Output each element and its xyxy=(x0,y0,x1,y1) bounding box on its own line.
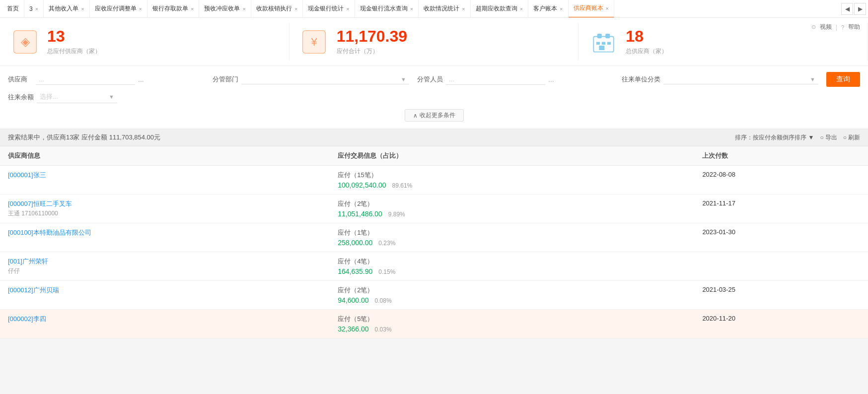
table-row: [001]广州荣轩仔仔应付（4笔）164,635.900.15% xyxy=(0,252,868,281)
filter-input-person[interactable] xyxy=(446,74,545,85)
refresh-label: 刷新 xyxy=(848,133,860,142)
data-table: 供应商信息 应付交易信息（占比） 上次付数 [000001]张三应付（15笔）1… xyxy=(0,146,868,338)
video-link[interactable]: 视频 xyxy=(820,23,832,31)
stat-block-amount: ¥ 11,170.39 应付合计（万） xyxy=(289,23,579,61)
table-head: 供应商信息 应付交易信息（占比） 上次付数 xyxy=(0,146,868,166)
filter-label-balance: 往来余额 xyxy=(8,93,34,102)
tx-label-1: 应付 xyxy=(338,200,351,207)
nav-tab-pre-receive-label: 预收冲应收单 xyxy=(204,4,240,13)
tx-row-1: 应付（2笔） xyxy=(338,199,686,208)
tx-label-4: 应付 xyxy=(338,286,351,294)
nav-tab-ar-ap-adjust-close[interactable]: × xyxy=(139,6,142,12)
stats-row: ◈ 13 总应付供应商（家） ¥ 11,170.39 应付合计（万） xyxy=(0,18,868,66)
nav-tab-supplier-ledger[interactable]: 供应商账本 × xyxy=(569,0,614,18)
collapse-button[interactable]: ∧ 收起更多条件 xyxy=(405,109,464,122)
nav-tab-payment-stat[interactable]: 收款情况统计 × xyxy=(419,0,470,18)
export-button[interactable]: ○ 导出 xyxy=(820,133,837,142)
tx-count-3: （4笔） xyxy=(351,258,373,265)
nav-tab-payment-verify[interactable]: 收款核销执行 × xyxy=(251,0,303,18)
tx-cell-3: 应付（4笔）164,635.900.15% xyxy=(330,252,694,281)
nav-tab-supplier-ledger-close[interactable]: × xyxy=(606,5,609,11)
date-cell-5: 2020-11-20 xyxy=(694,310,868,338)
nav-tab-payment-stat-close[interactable]: × xyxy=(462,6,465,12)
nav-tab-cash-bank-stat-close[interactable]: × xyxy=(346,6,349,12)
svg-text:¥: ¥ xyxy=(311,35,318,48)
collapse-up-icon: ∧ xyxy=(413,112,418,119)
table-header-row: 供应商信息 应付交易信息（占比） 上次付数 xyxy=(0,146,868,166)
nav-tab-supplier-ledger-label: 供应商账本 xyxy=(574,4,603,12)
filter-select-category[interactable]: ▼ xyxy=(663,75,818,84)
stat-number-suppliers: 13 xyxy=(47,28,279,45)
supplier-link-1[interactable]: [000007]恒旺二手叉车 xyxy=(8,200,72,207)
filter-item-dept: 分管部门 ▼ xyxy=(213,75,409,84)
tx-label-2: 应付 xyxy=(338,229,351,236)
sort-label[interactable]: 排序：按应付余额倒序排序 ▼ xyxy=(735,133,814,142)
nav-tab-cash-bank-stat-label: 现金银行统计 xyxy=(308,4,344,13)
nav-tab-pre-receive-close[interactable]: × xyxy=(242,6,245,12)
filter-label-category: 往来单位分类 xyxy=(622,75,660,84)
nav-tab-home[interactable]: 首页 xyxy=(2,0,24,18)
nav-tab-payment-verify-close[interactable]: × xyxy=(294,6,297,12)
svg-rect-6 xyxy=(605,34,610,38)
supplier-link-0[interactable]: [000001]张三 xyxy=(8,171,46,179)
svg-rect-8 xyxy=(602,42,605,45)
stat-text-total-suppliers: 18 总供应商（家） xyxy=(626,28,858,56)
svg-rect-9 xyxy=(607,42,611,45)
supplier-link-3[interactable]: [001]广州荣轩 xyxy=(8,258,48,265)
supplier-link-2[interactable]: [000100]本特勤油品有限公司 xyxy=(8,229,91,236)
help-icon: ? xyxy=(841,24,844,30)
export-label: 导出 xyxy=(825,133,837,142)
nav-tab-other-income-close[interactable]: × xyxy=(81,6,84,12)
nav-tab-bank-deposit[interactable]: 银行存取款单 × xyxy=(147,0,199,18)
sort-down-icon: ▼ xyxy=(808,134,814,141)
amount-value-1: 11,051,486.00 xyxy=(338,210,382,218)
filter-person-dots[interactable]: ... xyxy=(548,75,554,83)
filter-category-dropdown-icon: ▼ xyxy=(810,76,815,82)
filter-row-2: 往来余额 选择... ▼ xyxy=(8,91,860,103)
query-button[interactable]: 查询 xyxy=(826,72,860,87)
nav-tab-pre-receive[interactable]: 预收冲应收单 × xyxy=(199,0,251,18)
nav-tab-cash-bank-stat[interactable]: 现金银行统计 × xyxy=(303,0,355,18)
stat-text-suppliers: 13 总应付供应商（家） xyxy=(47,28,279,56)
nav-tab-customer-ledger-close[interactable]: × xyxy=(560,6,563,12)
filter-supplier-dots[interactable]: ... xyxy=(138,75,144,83)
nav-tab-overdue-ar-close[interactable]: × xyxy=(520,6,523,12)
date-cell-4: 2021-03-25 xyxy=(694,281,868,310)
nav-tab-bank-deposit-close[interactable]: × xyxy=(191,6,194,12)
help-link[interactable]: 帮助 xyxy=(848,23,860,31)
tx-cell-0: 应付（15笔）100,092,540.0089.61% xyxy=(330,166,694,195)
nav-prev-arrow[interactable]: ◀ xyxy=(841,3,853,15)
supplier-link-4[interactable]: [000012]广州贝瑞 xyxy=(8,286,59,294)
filter-select-dept[interactable]: ▼ xyxy=(241,75,409,84)
nav-tab-ar-ap-adjust[interactable]: 应收应付调整单 × xyxy=(90,0,147,18)
filter-select-balance-text: 选择... xyxy=(40,92,109,101)
nav-tab-cash-bank-flow[interactable]: 现金银行流水查询 × xyxy=(355,0,419,18)
percent-1: 9.89% xyxy=(388,211,405,218)
supplier-sub-3: 仔仔 xyxy=(8,267,322,275)
tx-row-4: 应付（2笔） xyxy=(338,286,686,295)
nav-tab-3[interactable]: 3 × xyxy=(24,0,44,18)
video-icon: ⊙ xyxy=(811,24,816,30)
nav-tab-3-close[interactable]: × xyxy=(35,6,38,12)
refresh-icon: ○ xyxy=(843,134,847,141)
collapse-label: 收起更多条件 xyxy=(420,111,455,120)
tx-label-0: 应付 xyxy=(338,171,351,179)
nav-tab-cash-bank-flow-close[interactable]: × xyxy=(410,6,413,12)
supplier-cell-2: [000100]本特勤油品有限公司 xyxy=(0,223,330,252)
sort-label-text: 排序：按应付余额倒序排序 xyxy=(735,134,806,141)
filter-select-balance[interactable]: 选择... ▼ xyxy=(37,91,117,103)
nav-tab-overdue-ar[interactable]: 超期应收款查询 × xyxy=(471,0,528,18)
supplier-cell-0: [000001]张三 xyxy=(0,166,330,195)
results-summary: 搜索结果中，供应商13家 应付金额 111,703,854.00元 xyxy=(8,133,160,142)
nav-tab-payment-verify-label: 收款核销执行 xyxy=(256,4,292,13)
date-cell-3 xyxy=(694,252,868,281)
filter-input-supplier[interactable] xyxy=(36,74,135,85)
supplier-icon: ◈ xyxy=(10,27,40,57)
refresh-button[interactable]: ○ 刷新 xyxy=(843,133,860,142)
nav-next-arrow[interactable]: ▶ xyxy=(854,3,866,15)
nav-tab-other-income[interactable]: 其他收入单 × xyxy=(44,0,89,18)
nav-tab-customer-ledger[interactable]: 客户账本 × xyxy=(528,0,568,18)
svg-rect-5 xyxy=(597,34,602,38)
supplier-link-5[interactable]: [000002]李四 xyxy=(8,315,46,323)
amount-value-2: 258,000.00 xyxy=(338,239,372,247)
